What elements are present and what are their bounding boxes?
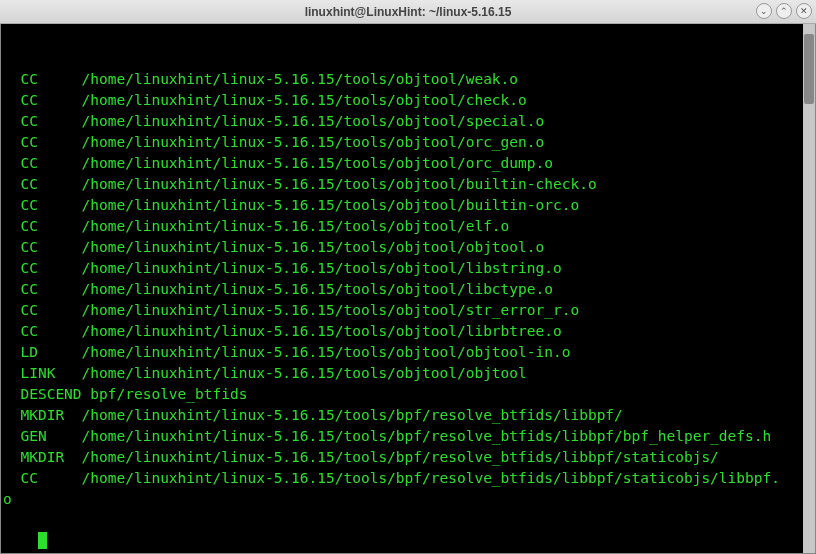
- terminal-line: CC /home/linuxhint/linux-5.16.15/tools/o…: [3, 132, 813, 153]
- terminal-line: DESCEND bpf/resolve_btfids: [3, 384, 813, 405]
- maximize-icon: ⌃: [780, 6, 788, 16]
- terminal-line: CC /home/linuxhint/linux-5.16.15/tools/o…: [3, 153, 813, 174]
- window-controls: ⌄ ⌃ ✕: [756, 3, 812, 19]
- terminal-line: CC /home/linuxhint/linux-5.16.15/tools/o…: [3, 237, 813, 258]
- minimize-button[interactable]: ⌄: [756, 3, 772, 19]
- titlebar[interactable]: linuxhint@LinuxHint: ~/linux-5.16.15 ⌄ ⌃…: [0, 0, 816, 24]
- terminal-line: CC /home/linuxhint/linux-5.16.15/tools/o…: [3, 69, 813, 90]
- terminal-line: LD /home/linuxhint/linux-5.16.15/tools/o…: [3, 342, 813, 363]
- cursor: [38, 532, 47, 549]
- maximize-button[interactable]: ⌃: [776, 3, 792, 19]
- terminal-line: CC /home/linuxhint/linux-5.16.15/tools/o…: [3, 300, 813, 321]
- minimize-icon: ⌄: [760, 6, 768, 16]
- terminal-line: MKDIR /home/linuxhint/linux-5.16.15/tool…: [3, 447, 813, 468]
- close-button[interactable]: ✕: [796, 3, 812, 19]
- scrollbar-thumb[interactable]: [804, 34, 814, 104]
- terminal-output[interactable]: CC /home/linuxhint/linux-5.16.15/tools/o…: [0, 24, 816, 554]
- window-title: linuxhint@LinuxHint: ~/linux-5.16.15: [305, 5, 512, 19]
- terminal-line: CC /home/linuxhint/linux-5.16.15/tools/o…: [3, 258, 813, 279]
- terminal-line: MKDIR /home/linuxhint/linux-5.16.15/tool…: [3, 405, 813, 426]
- terminal-line: CC /home/linuxhint/linux-5.16.15/tools/o…: [3, 90, 813, 111]
- terminal-line: CC /home/linuxhint/linux-5.16.15/tools/o…: [3, 195, 813, 216]
- terminal-line: CC /home/linuxhint/linux-5.16.15/tools/o…: [3, 111, 813, 132]
- terminal-line: CC /home/linuxhint/linux-5.16.15/tools/o…: [3, 321, 813, 342]
- close-icon: ✕: [800, 6, 808, 16]
- terminal-line: CC /home/linuxhint/linux-5.16.15/tools/o…: [3, 216, 813, 237]
- terminal-line: LINK /home/linuxhint/linux-5.16.15/tools…: [3, 363, 813, 384]
- scrollbar[interactable]: [803, 24, 815, 553]
- terminal-line: o: [3, 489, 813, 510]
- terminal-line: CC /home/linuxhint/linux-5.16.15/tools/o…: [3, 279, 813, 300]
- terminal-line: CC /home/linuxhint/linux-5.16.15/tools/b…: [3, 468, 813, 489]
- terminal-line: CC /home/linuxhint/linux-5.16.15/tools/o…: [3, 174, 813, 195]
- terminal-line: GEN /home/linuxhint/linux-5.16.15/tools/…: [3, 426, 813, 447]
- terminal-window: linuxhint@LinuxHint: ~/linux-5.16.15 ⌄ ⌃…: [0, 0, 816, 554]
